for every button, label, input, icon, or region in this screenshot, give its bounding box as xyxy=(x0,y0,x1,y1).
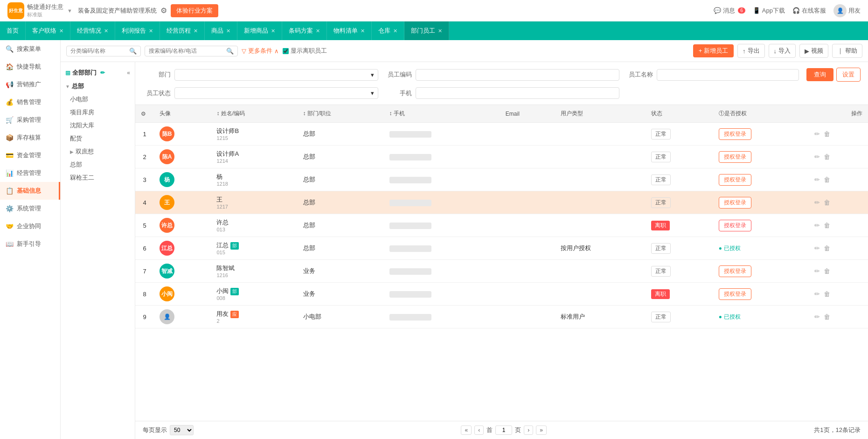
delete-icon[interactable]: 🗑 xyxy=(824,199,830,206)
dept-tree-xiangmuku[interactable]: 项目库房 xyxy=(61,106,135,119)
add-employee-button[interactable]: + 新增员工 xyxy=(693,44,734,57)
phone-search-input[interactable] xyxy=(149,48,224,54)
delete-icon[interactable]: 🗑 xyxy=(824,244,830,252)
dept-search-box[interactable]: 🔍 xyxy=(66,46,141,56)
sidebar-item-sales[interactable]: 💰 销售管理 xyxy=(0,93,60,111)
sidebar-item-finance[interactable]: 💳 资金管理 xyxy=(0,146,60,164)
gear-icon[interactable]: ⚙ xyxy=(160,6,167,15)
row-auth[interactable]: 授权登录 xyxy=(713,214,809,237)
query-button[interactable]: 查询 xyxy=(806,68,833,81)
view-button[interactable]: ▶ 视频 xyxy=(799,44,828,58)
online-service-btn[interactable]: 🎧 在线客服 xyxy=(792,7,826,15)
edit-icon[interactable]: ✏ xyxy=(814,153,820,160)
edit-icon[interactable]: ✏ xyxy=(814,313,820,321)
dept-search-input[interactable] xyxy=(70,48,127,54)
tab-department[interactable]: 部门员工✕ xyxy=(404,21,449,40)
dept-tree-zongbu2[interactable]: 总部 xyxy=(61,158,135,171)
row-auth[interactable]: 授权登录 xyxy=(713,123,809,146)
delete-icon[interactable]: 🗑 xyxy=(824,313,830,321)
delete-icon[interactable]: 🗑 xyxy=(824,176,830,183)
edit-icon[interactable]: ✏ xyxy=(814,290,820,298)
row-auth[interactable]: 授权登录 xyxy=(713,146,809,168)
sidebar-item-basic[interactable]: 📋 基础信息 xyxy=(0,182,60,200)
auth-btn[interactable]: 授权登录 xyxy=(719,197,751,209)
filter-empcode-input[interactable] xyxy=(416,69,619,81)
delete-icon[interactable]: 🗑 xyxy=(824,153,830,160)
edit-icon[interactable]: ✏ xyxy=(814,267,820,275)
dept-tree-shuangshixiang[interactable]: ▶ 双庶想 xyxy=(61,145,135,158)
tab-warehouse[interactable]: 仓库✕ xyxy=(372,21,404,40)
dept-tree-pumiuwanger[interactable]: 槑枪王二 xyxy=(61,171,135,184)
tab-add-goods[interactable]: 新增商品✕ xyxy=(237,21,282,40)
system-dropdown-arrow[interactable]: ▼ xyxy=(67,8,72,14)
tab-goods[interactable]: 商品✕ xyxy=(205,21,237,40)
sidebar-item-quick-nav[interactable]: 🏠 快捷导航 xyxy=(0,58,60,76)
row-auth[interactable]: 已授权 xyxy=(713,306,809,328)
filter-status-select[interactable]: ▾ xyxy=(174,87,378,99)
auth-btn[interactable]: 授权登录 xyxy=(719,128,751,140)
filter-empname-input[interactable] xyxy=(657,69,799,81)
delete-icon[interactable]: 🗑 xyxy=(824,290,830,298)
auth-btn[interactable]: 授权登录 xyxy=(719,174,751,186)
dept-collapse-icon[interactable]: « xyxy=(127,70,130,76)
resigned-checkbox[interactable] xyxy=(283,48,289,54)
tab-customer[interactable]: 客户联络✕ xyxy=(26,21,70,40)
first-page-btn[interactable]: « xyxy=(461,425,472,435)
dept-edit-icon[interactable]: ✏ xyxy=(100,70,105,76)
tab-profit[interactable]: 利润报告✕ xyxy=(115,21,160,40)
prev-page-btn[interactable]: ‹ xyxy=(474,425,484,435)
delete-icon[interactable]: 🗑 xyxy=(824,267,830,275)
sidebar-item-marketing[interactable]: 📢 营销推广 xyxy=(0,76,60,93)
row-auth[interactable]: 授权登录 xyxy=(713,260,809,283)
delete-icon[interactable]: 🗑 xyxy=(824,222,830,229)
settings-button[interactable]: 设置 xyxy=(836,68,861,82)
user-avatar[interactable]: 👤 用友 xyxy=(833,4,861,17)
dept-tree-zongbu[interactable]: ▼ 总部 xyxy=(61,80,135,93)
delete-icon[interactable]: 🗑 xyxy=(824,130,830,138)
import-button[interactable]: ↓ 导入 xyxy=(769,44,796,58)
edit-icon[interactable]: ✏ xyxy=(814,222,820,229)
tab-home[interactable]: 首页 xyxy=(0,21,26,40)
tab-bom[interactable]: 物料清单✕ xyxy=(327,21,372,40)
sidebar-item-ops[interactable]: 📊 经营管理 xyxy=(0,164,60,182)
edit-icon[interactable]: ✏ xyxy=(814,130,820,138)
row-auth[interactable]: 授权登录 xyxy=(713,283,809,306)
sidebar-item-collab[interactable]: 🤝 企业协同 xyxy=(0,217,60,235)
col-settings[interactable]: ⚙ xyxy=(135,105,154,123)
auth-btn[interactable]: 授权登录 xyxy=(719,220,751,231)
edit-icon[interactable]: ✏ xyxy=(814,199,820,206)
dept-tree-peihuo[interactable]: 配货 xyxy=(61,132,135,145)
sidebar-item-system[interactable]: ⚙️ 系统管理 xyxy=(0,200,60,217)
row-auth[interactable]: 已授权 xyxy=(713,237,809,260)
row-auth[interactable]: 授权登录 xyxy=(713,191,809,214)
last-page-btn[interactable]: » xyxy=(536,425,547,435)
auth-btn[interactable]: 授权登录 xyxy=(719,265,751,277)
tab-history[interactable]: 经营历程✕ xyxy=(160,21,205,40)
auth-btn[interactable]: 授权登录 xyxy=(719,151,751,163)
tab-operations[interactable]: 经营情况✕ xyxy=(70,21,115,40)
filter-phone-input[interactable] xyxy=(416,87,619,99)
sidebar-item-purchase[interactable]: 🛒 采购管理 xyxy=(0,111,60,129)
col-name[interactable]: ↕ 姓名/编码 xyxy=(211,105,297,123)
per-page-select[interactable]: 50 20 100 xyxy=(170,425,194,435)
auth-btn[interactable]: 授权登录 xyxy=(719,288,751,300)
phone-search-box[interactable]: 🔍 xyxy=(145,46,238,56)
col-phone[interactable]: ↕ 手机 xyxy=(384,105,500,123)
export-button[interactable]: ↑ 导出 xyxy=(737,44,765,58)
more-filters-btn[interactable]: ▽ 更多条件 ∧ xyxy=(242,47,279,55)
row-auth[interactable]: 授权登录 xyxy=(713,168,809,191)
dept-tree-xiaodian[interactable]: 小电部 xyxy=(61,93,135,106)
page-input[interactable] xyxy=(495,425,512,435)
filter-dept-select[interactable]: ▾ xyxy=(174,69,378,81)
message-btn[interactable]: 💬 消息 6 xyxy=(714,7,745,15)
tab-barcode[interactable]: 条码方案✕ xyxy=(282,21,327,40)
sidebar-item-inventory[interactable]: 📦 库存核算 xyxy=(0,129,60,146)
app-download-btn[interactable]: 📱 App下载 xyxy=(753,7,785,15)
next-page-btn[interactable]: › xyxy=(524,425,533,435)
edit-icon[interactable]: ✏ xyxy=(814,244,820,252)
sidebar-item-search[interactable]: 🔍 搜索菜单 xyxy=(0,40,60,58)
sidebar-item-guide[interactable]: 📖 新手引导 xyxy=(0,235,60,253)
dept-tree-shenyang[interactable]: 沈阳大库 xyxy=(61,119,135,132)
trial-button[interactable]: 体验行业方案 xyxy=(171,4,218,17)
help-button[interactable]: ｜ 帮助 xyxy=(832,44,862,58)
